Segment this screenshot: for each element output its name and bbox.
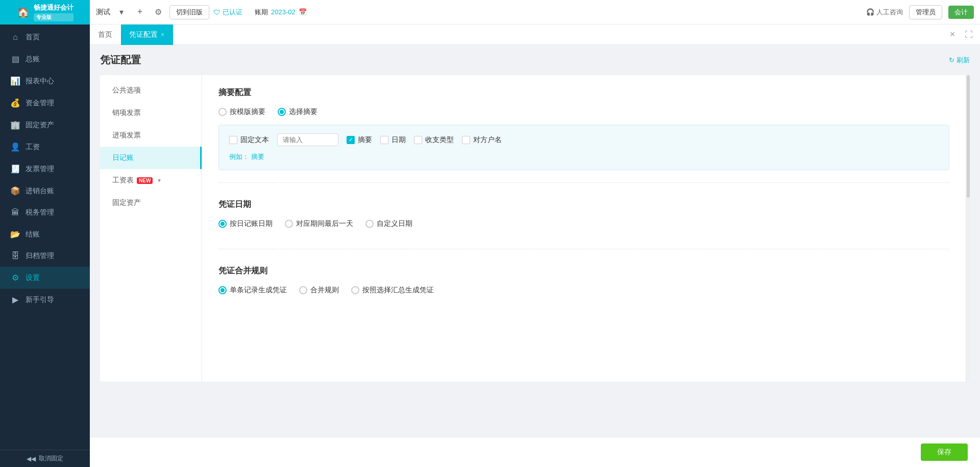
sidebar-item-ledger[interactable]: ▤ 总账 [0,48,90,70]
sidebar-nav: ⌂ 首页 ▤ 总账 📊 报表中心 💰 资金管理 🏢 固定资产 [0,25,90,450]
tab-home[interactable]: 首页 [90,25,121,45]
merge-section-title: 凭证合并规则 [218,266,949,276]
radio-merge-rules[interactable]: 合并规则 [299,286,339,295]
summary-checkbox-label: 摘要 [358,135,372,145]
home-icon: ⌂ [10,33,20,42]
radio-template-summary[interactable]: 按模版摘要 [218,107,265,116]
radio-single[interactable]: 单条记录生成凭证 [218,286,287,295]
menu-item-public[interactable]: 公共选项 [100,79,202,102]
radio-period-last[interactable]: 对应期间最后一天 [285,219,353,228]
close-all-button[interactable]: × [945,28,960,42]
settle-icon: 📂 [10,229,20,239]
config-scrollbar[interactable] [966,75,970,382]
tab-voucher-config[interactable]: 凭证配置 × [121,25,173,45]
arrow-left-icon: ◀◀ [27,455,36,462]
summary-options-box: 固定文本 摘要 [218,125,949,170]
merge-radio-group: 单条记录生成凭证 合并规则 按照选择汇总生成凭证 [218,286,949,295]
radio-by-selection-label: 按照选择汇总生成凭证 [362,286,434,295]
certified-badge: 🛡 已认证 [213,8,242,17]
menu-item-journal-label: 日记账 [112,153,134,161]
radio-by-selection[interactable]: 按照选择汇总生成凭证 [351,286,434,295]
checkbox-fixed-text[interactable]: 固定文本 [229,135,269,145]
tab-close-icon[interactable]: × [161,31,164,38]
topbar-right: 🎧 人工咨询 管理员 会计 [866,5,974,19]
sidebar-item-sales[interactable]: 📦 进销台账 [0,180,90,202]
refresh-button[interactable]: ↻ 刷新 [949,56,970,65]
old-version-button[interactable]: 切到旧版 [169,5,209,19]
sidebar-item-settle[interactable]: 📂 结账 [0,223,90,245]
tab-bar: 首页 凭证配置 × × ⛶ [90,25,980,45]
cancel-fixed-label: 取消固定 [39,454,63,463]
refresh-label: 刷新 [957,56,970,65]
settings-icon: ⚙ [10,273,20,283]
menu-item-salary-table-label: 工资表 [112,176,134,185]
radio-journal-date[interactable]: 按日记账日期 [218,219,273,228]
summary-checkbox [347,136,355,144]
sidebar-item-archive[interactable]: 🗄 归档管理 [0,245,90,267]
topbar: 测试 ▾ + ⚙ 切到旧版 🛡 已认证 账期 2023-02 📅 🎧 [90,0,980,25]
page-content: 凭证配置 ↻ 刷新 公共选项 [90,45,980,437]
radio-select-circle [278,108,286,116]
accountant-button[interactable]: 会计 [948,6,974,19]
content-area: 首页 凭证配置 × × ⛶ 凭证配置 [90,25,980,467]
menu-item-salary-table[interactable]: 工资表 NEW ▾ [100,169,202,192]
period-info: 账期 2023-02 📅 [255,8,307,17]
radio-journal-date-circle [218,220,227,228]
sidebar-item-guide[interactable]: ▶ 新手引导 [0,289,90,311]
sidebar-item-label: 报表中心 [26,77,54,86]
menu-item-journal[interactable]: 日记账 [100,147,202,169]
refresh-icon: ↻ [949,56,954,64]
example-prefix: 例如： [229,153,249,160]
headset-icon: 🎧 [866,8,874,16]
settings-gear-icon[interactable]: ⚙ [151,5,165,19]
checkbox-counterpart[interactable]: 对方户名 [462,135,502,145]
sidebar-item-reports[interactable]: 📊 报表中心 [0,70,90,92]
admin-button[interactable]: 管理员 [909,5,942,19]
radio-journal-date-label: 按日记账日期 [230,219,273,228]
sidebar-item-tax[interactable]: 🏛 税务管理 [0,202,90,223]
radio-custom-date[interactable]: 自定义日期 [365,219,412,228]
counterpart-checkbox [462,136,470,144]
sidebar-item-label: 设置 [26,273,40,283]
footer-bar: 保存 [90,437,980,467]
radio-single-label: 单条记录生成凭证 [230,286,287,295]
fullscreen-button[interactable]: ⛶ [962,28,976,42]
example-text: 例如： 摘要 [229,152,939,161]
fixed-text-checkbox [229,136,237,144]
payment-type-checkbox-label: 收支类型 [425,135,454,145]
help-button[interactable]: 🎧 人工咨询 [866,8,903,17]
checkbox-date[interactable]: 日期 [380,135,406,145]
sidebar-item-home[interactable]: ⌂ 首页 [0,27,90,48]
sidebar-item-settings[interactable]: ⚙ 设置 [0,267,90,289]
checkbox-payment-type[interactable]: 收支类型 [414,135,454,145]
add-icon[interactable]: + [133,5,147,19]
menu-item-public-label: 公共选项 [112,86,141,94]
sidebar-item-assets[interactable]: 🏢 固定资产 [0,114,90,136]
cancel-fixed-button[interactable]: ◀◀ 取消固定 [0,450,90,467]
radio-template-label: 按模版摘要 [230,107,265,116]
summary-section: 摘要配置 按模版摘要 选择摘要 [218,87,949,183]
dropdown-icon[interactable]: ▾ [114,5,129,19]
period-value: 2023-02 [271,8,296,16]
menu-item-sales-invoice[interactable]: 销项发票 [100,102,202,124]
radio-select-summary[interactable]: 选择摘要 [278,107,317,116]
calendar-icon[interactable]: 📅 [299,8,307,16]
fixed-text-input[interactable] [277,133,338,146]
salary-icon: 👤 [10,142,20,152]
sidebar-item-label: 新手引导 [26,295,54,305]
menu-item-purchase-invoice[interactable]: 进项发票 [100,124,202,147]
logo-name: 畅捷通好会计 [34,3,74,12]
date-section-title: 凭证日期 [218,199,949,210]
summary-options-row: 固定文本 摘要 [229,133,939,146]
assets-icon: 🏢 [10,120,20,130]
sidebar-item-label: 固定资产 [26,121,54,130]
sidebar-item-invoice[interactable]: 🧾 发票管理 [0,158,90,180]
sidebar-item-finance[interactable]: 💰 资金管理 [0,92,90,114]
save-button[interactable]: 保存 [921,443,968,461]
sidebar-item-salary[interactable]: 👤 工资 [0,136,90,158]
sidebar-logo: 🏠 畅捷通好会计 专业版 [0,0,90,25]
menu-item-fixed-assets-label: 固定资产 [112,198,141,206]
sales-icon: 📦 [10,186,20,196]
checkbox-summary[interactable]: 摘要 [347,135,372,145]
menu-item-fixed-assets[interactable]: 固定资产 [100,192,202,214]
